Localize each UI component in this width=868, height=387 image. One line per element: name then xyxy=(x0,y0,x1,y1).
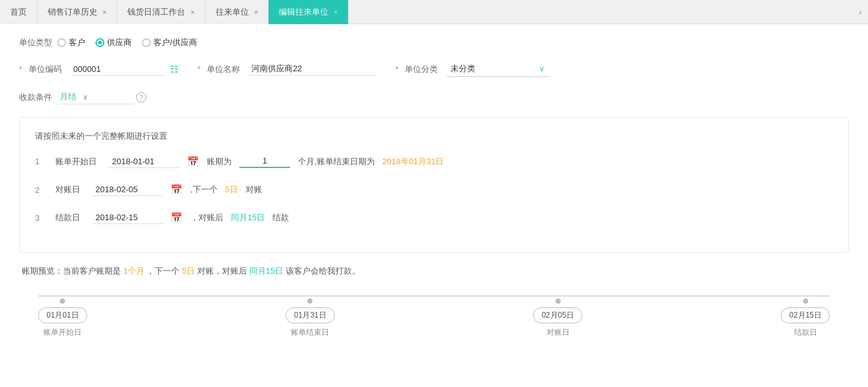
unit-category-label: 单位分类 xyxy=(405,64,438,75)
start-date-calendar-icon[interactable]: 📅 xyxy=(187,156,199,167)
period-end-date: 2018年01月31日 xyxy=(382,156,444,167)
tab-item-partner-units[interactable]: 往来单位× xyxy=(206,0,269,24)
tab-close-icon-partner-units[interactable]: × xyxy=(254,8,258,16)
row-label-3: 结款日 xyxy=(55,212,80,223)
timeline-label-2: 对账日 xyxy=(547,327,570,338)
payment-terms-help-icon[interactable]: ? xyxy=(136,92,146,102)
preview-highlight3: 同月15日 xyxy=(249,266,283,276)
preview-highlight2: 5日 xyxy=(182,266,195,276)
start-date-input[interactable] xyxy=(109,155,179,168)
tab-item-home[interactable]: 首页 xyxy=(0,0,38,24)
timeline-dot-2 xyxy=(556,299,561,304)
unit-code-label: 单位编码 xyxy=(29,64,62,75)
radio-label-both: 客户/供应商 xyxy=(153,37,197,48)
tab-close-icon-edit-partner[interactable]: × xyxy=(333,8,337,16)
timeline-dot-0 xyxy=(60,299,65,304)
timeline-node-1: 01月31日账单结束日 xyxy=(286,299,335,338)
unit-type-label: 单位类型 xyxy=(19,37,52,48)
unit-code-copy-icon[interactable]: ☷ xyxy=(170,64,178,75)
tab-item-cash-ledger[interactable]: 钱货日清工作台× xyxy=(117,0,205,24)
row-num-2: 2 xyxy=(35,185,48,195)
timeline-dot-1 xyxy=(307,299,312,304)
radio-customer[interactable]: 客户 xyxy=(57,37,85,48)
unit-code-input[interactable] xyxy=(71,63,166,76)
payment-date-calendar-icon[interactable]: 📅 xyxy=(171,212,183,223)
payment-desc-highlight: 同月15日 xyxy=(231,212,265,223)
payment-terms-row: 收款条件 月结 ∨ ? xyxy=(19,90,849,104)
radio-supplier[interactable]: 供应商 xyxy=(95,37,132,48)
payment-date-input[interactable] xyxy=(93,211,163,224)
settings-row-3: 3 结款日 📅 ，对账后 同月15日 结款 xyxy=(35,211,833,224)
unit-type-radio-group: 客户供应商客户/供应商 xyxy=(57,37,197,48)
unit-name-input[interactable] xyxy=(249,63,376,76)
reconcile-desc-suffix: 对账 xyxy=(246,184,262,195)
preview-text: 账期预览：当前客户账期是 1个月 ，下一个 5日 对账，对账后 同月15日 该客… xyxy=(19,265,849,277)
period-label: 账期为 xyxy=(207,156,232,167)
reconcile-desc-prefix: ,下一个 xyxy=(190,184,218,195)
timeline-nodes: 01月01日账单开始日01月31日账单结束日02月05日对账日02月15日结款日 xyxy=(38,299,830,338)
tab-close-icon-sales-order-history[interactable]: × xyxy=(102,8,106,16)
timeline-badge-3: 02月15日 xyxy=(781,307,830,323)
timeline-node-0: 01月01日账单开始日 xyxy=(38,299,87,338)
radio-label-customer: 客户 xyxy=(69,37,85,48)
timeline-label-3: 结款日 xyxy=(794,327,817,338)
preview-suffix: 该客户会给我打款。 xyxy=(286,266,360,276)
timeline-label-0: 账单开始日 xyxy=(43,327,81,338)
row-num-3: 3 xyxy=(35,213,48,223)
timeline-label-1: 账单结束日 xyxy=(291,327,329,338)
reconcile-desc-highlight: 5日 xyxy=(225,184,238,195)
timeline-line xyxy=(38,295,830,297)
required-star-name: * xyxy=(197,64,200,74)
required-star-cat: * xyxy=(395,64,398,74)
preview-highlight1: 1个月 xyxy=(123,266,144,276)
preview-mid1: ，下一个 xyxy=(146,266,179,276)
timeline-node-3: 02月15日结款日 xyxy=(781,299,830,338)
radio-circle-customer xyxy=(57,38,66,47)
settings-row-2: 2 对账日 📅 ,下一个 5日 对账 xyxy=(35,183,833,196)
unit-type-row: 单位类型 客户供应商客户/供应商 xyxy=(19,37,849,48)
unit-code-field: * 单位编码 ☷ xyxy=(19,63,178,76)
unit-name-label: 单位名称 xyxy=(207,64,240,75)
radio-circle-both xyxy=(142,38,151,47)
timeline-badge-2: 02月05日 xyxy=(533,307,582,323)
tabs-more-button[interactable]: › xyxy=(853,0,868,24)
period-unit-text: 个月,账单结束日期为 xyxy=(298,156,375,167)
radio-both[interactable]: 客户/供应商 xyxy=(142,37,197,48)
timeline: 01月01日账单开始日01月31日账单结束日02月05日对账日02月15日结款日 xyxy=(19,292,849,344)
payment-desc-suffix: 结款 xyxy=(272,212,289,223)
timeline-badge-1: 01月31日 xyxy=(286,307,335,323)
tabs-bar: 首页销售订单历史×钱货日清工作台×往来单位×编辑往来单位× › xyxy=(0,0,868,24)
settings-box: 请按照未来的一个完整帐期进行设置 1 账单开始日 📅 账期为 个月,账单结束日期… xyxy=(19,117,849,253)
tab-close-icon-cash-ledger[interactable]: × xyxy=(190,8,194,16)
payment-terms-arrow-icon: ∨ xyxy=(83,93,88,101)
period-value-input[interactable] xyxy=(239,155,290,168)
preview-mid2: 对账，对账后 xyxy=(197,266,247,276)
chevron-right-icon: › xyxy=(859,7,862,17)
unit-category-value: 未分类 xyxy=(451,63,539,74)
unit-name-field: * 单位名称 xyxy=(197,63,376,76)
unit-category-dropdown[interactable]: 未分类 ∨ xyxy=(447,61,549,77)
tab-item-sales-order-history[interactable]: 销售订单历史× xyxy=(38,0,117,24)
payment-terms-value: 月结 xyxy=(60,91,76,102)
timeline-node-2: 02月05日对账日 xyxy=(533,299,582,338)
radio-circle-supplier xyxy=(95,38,104,47)
timeline-badge-0: 01月01日 xyxy=(38,307,87,323)
timeline-dot-3 xyxy=(803,299,808,304)
row-label-2: 对账日 xyxy=(55,184,80,195)
unit-category-field: * 单位分类 未分类 ∨ xyxy=(395,61,549,77)
main-content: 单位类型 客户供应商客户/供应商 * 单位编码 ☷ * 单位名称 * 单位分类 … xyxy=(0,24,868,387)
reconcile-date-calendar-icon[interactable]: 📅 xyxy=(171,184,183,195)
radio-label-supplier: 供应商 xyxy=(107,37,132,48)
field-row-1: * 单位编码 ☷ * 单位名称 * 单位分类 未分类 ∨ xyxy=(19,61,849,77)
tab-item-edit-partner[interactable]: 编辑往来单位× xyxy=(269,0,348,24)
row-num-1: 1 xyxy=(35,157,48,166)
required-star-code: * xyxy=(19,64,22,74)
row-label-1: 账单开始日 xyxy=(55,156,97,167)
dropdown-arrow-icon: ∨ xyxy=(539,64,545,73)
payment-terms-label: 收款条件 xyxy=(19,92,52,103)
settings-title: 请按照未来的一个完整帐期进行设置 xyxy=(35,130,833,142)
reconcile-date-input[interactable] xyxy=(93,183,163,196)
settings-row-1: 1 账单开始日 📅 账期为 个月,账单结束日期为 2018年01月31日 xyxy=(35,155,833,168)
payment-terms-select[interactable]: 月结 ∨ xyxy=(57,90,134,104)
payment-desc-prefix: ，对账后 xyxy=(190,212,223,223)
